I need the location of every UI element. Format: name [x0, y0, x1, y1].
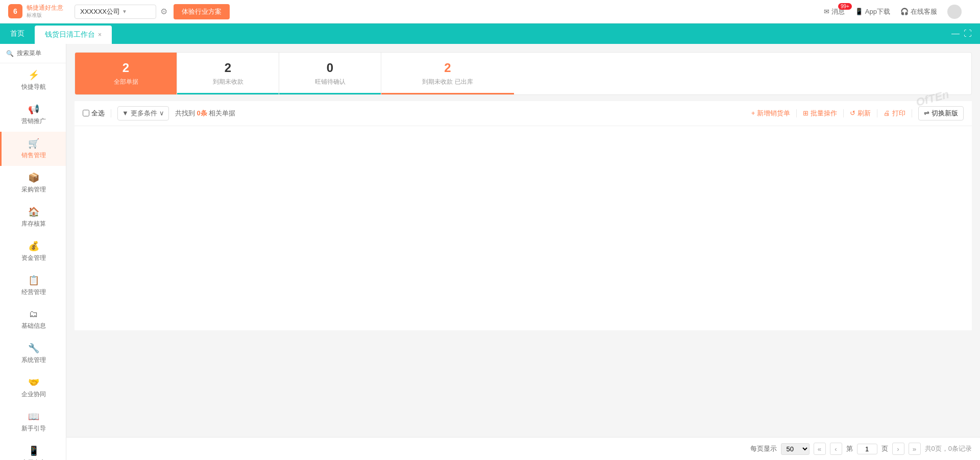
- print-icon: 🖨: [884, 109, 890, 117]
- select-all-checkbox[interactable]: 全选: [83, 109, 105, 118]
- filter-icon: ▼: [122, 109, 129, 117]
- stat-label-overdue: 到期未收款: [187, 78, 268, 86]
- main-layout: 🔍 搜索菜单 ⚡ 快捷导航 📢 营销推广 🛒 销售管理 📦 采购管理 🏠 库存核…: [0, 44, 980, 460]
- sidebar-item-app-center[interactable]: 📱 应用中心: [0, 439, 66, 460]
- message-icon: ✉: [824, 8, 829, 15]
- maximize-icon[interactable]: ⛶: [964, 29, 972, 38]
- sidebar-item-operations[interactable]: 📋 经营管理: [0, 269, 66, 303]
- tab-qianhuo[interactable]: 钱货日清工作台 ×: [35, 26, 112, 44]
- found-count: 0条: [197, 109, 207, 117]
- download-icon: 📱: [855, 8, 863, 15]
- purchase-icon: 📦: [28, 172, 39, 183]
- top-header: 6 畅捷通好生意 标准版 XXXXXX公司 ▼ ⚙ 体验行业方案 ✉ 消息 99…: [0, 0, 980, 23]
- toolbar: 全选 ▼ 更多条件 ∨ 共找到 0条 相关单据 + 新增销货单: [75, 101, 972, 126]
- refresh-button[interactable]: ↺ 刷新: [850, 109, 871, 118]
- stat-num-overdue: 2: [187, 61, 268, 76]
- nav-tabs: 首页 钱货日清工作台 × — ⛶: [0, 23, 980, 44]
- sidebar: 🔍 搜索菜单 ⚡ 快捷导航 📢 营销推广 🛒 销售管理 📦 采购管理 🏠 库存核…: [0, 44, 66, 460]
- per-page-select[interactable]: 50 20 100: [781, 443, 810, 455]
- batch-operation-button[interactable]: ⊞ 批量操作: [803, 109, 837, 118]
- minimize-icon[interactable]: —: [951, 29, 960, 38]
- logo-badge: 标准版: [27, 12, 63, 19]
- sidebar-item-cooperation[interactable]: 🤝 企业协同: [0, 371, 66, 405]
- stat-label-all: 全部单据: [85, 78, 166, 86]
- online-service-button[interactable]: 🎧 在线客服: [900, 7, 937, 16]
- company-name: XXXXXX公司: [80, 7, 120, 16]
- underline-teal-2: [279, 93, 381, 94]
- content-area: 2 全部单据 2 到期未收款 0 旺铺待确认 2 到期: [66, 44, 980, 437]
- underline-teal: [177, 93, 279, 94]
- sidebar-search[interactable]: 🔍 搜索菜单: [0, 44, 66, 63]
- tab-close-icon[interactable]: ×: [98, 31, 102, 38]
- sidebar-item-inventory[interactable]: 🏠 库存核算: [0, 200, 66, 234]
- filter-chevron-icon: ∨: [159, 109, 164, 117]
- filter-button[interactable]: ▼ 更多条件 ∨: [117, 106, 169, 120]
- headset-icon: 🎧: [900, 8, 909, 15]
- settings-icon[interactable]: ⚙: [160, 7, 167, 16]
- cooperation-icon: 🤝: [28, 377, 39, 388]
- stat-card-overdue-shipped[interactable]: 2 到期未收款 已出库: [381, 53, 514, 94]
- message-badge: 99+: [838, 3, 852, 10]
- stat-card-all[interactable]: 2 全部单据: [75, 53, 177, 94]
- quick-nav-icon: ⚡: [28, 69, 39, 81]
- stat-num-wangpu: 0: [289, 61, 371, 76]
- toolbar-right: + 新增销货单 ⊞ 批量操作 ↺ 刷新 🖨 打印: [751, 106, 964, 120]
- sidebar-item-basic-info[interactable]: 🗂 基础信息: [0, 303, 66, 336]
- inventory-icon: 🏠: [28, 206, 39, 217]
- divider-5: [912, 109, 912, 117]
- next-page-button[interactable]: ›: [892, 443, 904, 455]
- basic-info-icon: 🗂: [29, 309, 38, 320]
- sidebar-item-quick-nav[interactable]: ⚡ 快捷导航: [0, 63, 66, 98]
- app-download-button[interactable]: 📱 App下载: [855, 7, 890, 16]
- search-icon: 🔍: [6, 50, 14, 57]
- found-text: 共找到 0条 相关单据: [175, 109, 235, 118]
- prev-page-button[interactable]: ‹: [830, 443, 842, 455]
- sidebar-item-marketing[interactable]: 📢 营销推广: [0, 98, 66, 132]
- app-center-icon: 📱: [28, 445, 39, 456]
- sidebar-item-guide[interactable]: 📖 新手引导: [0, 405, 66, 439]
- stat-label-wangpu: 旺铺待确认: [289, 78, 371, 86]
- avatar[interactable]: [947, 5, 962, 19]
- switch-version-button[interactable]: ⇌ 切换新版: [918, 106, 964, 120]
- underline-orange: [381, 93, 514, 94]
- refresh-icon: ↺: [850, 109, 855, 117]
- stat-card-overdue[interactable]: 2 到期未收款: [177, 53, 279, 94]
- sidebar-item-finance[interactable]: 💰 资金管理: [0, 234, 66, 269]
- trial-button[interactable]: 体验行业方案: [174, 4, 230, 19]
- select-all-input[interactable]: [83, 110, 89, 116]
- sidebar-item-sales[interactable]: 🛒 销售管理: [0, 132, 66, 166]
- header-right: ✉ 消息 99+ 📱 App下载 🎧 在线客服: [824, 5, 972, 19]
- table-area: [75, 126, 972, 330]
- message-button[interactable]: ✉ 消息 99+: [824, 7, 845, 16]
- last-page-button[interactable]: »: [909, 443, 921, 455]
- system-icon: 🔧: [28, 343, 39, 354]
- divider-4: [877, 109, 877, 117]
- logo-text: 畅捷通好生意: [27, 4, 63, 11]
- print-button[interactable]: 🖨 打印: [884, 109, 905, 118]
- logo-area: 6 畅捷通好生意 标准版: [8, 4, 75, 18]
- tab-home[interactable]: 首页: [0, 23, 35, 44]
- chevron-down-icon: ▼: [122, 9, 127, 14]
- main-content: 2 全部单据 2 到期未收款 0 旺铺待确认 2 到期: [66, 44, 980, 460]
- switch-icon: ⇌: [924, 109, 929, 117]
- operations-icon: 📋: [28, 275, 39, 286]
- stat-label-overdue-shipped: 到期未收款 已出库: [391, 78, 504, 86]
- add-order-button[interactable]: + 新增销货单: [751, 109, 790, 118]
- company-selector[interactable]: XXXXXX公司 ▼: [75, 5, 156, 19]
- divider-3: [843, 109, 844, 117]
- stats-row: 2 全部单据 2 到期未收款 0 旺铺待确认 2 到期: [75, 52, 972, 95]
- current-page-input[interactable]: [857, 444, 877, 454]
- stat-num-all: 2: [85, 61, 166, 76]
- finance-icon: 💰: [28, 240, 39, 252]
- divider-2: [796, 109, 797, 117]
- sidebar-item-system[interactable]: 🔧 系统管理: [0, 336, 66, 371]
- nav-right-controls: — ⛶: [951, 29, 980, 38]
- divider: [111, 109, 111, 117]
- stat-card-wangpu[interactable]: 0 旺铺待确认: [279, 53, 381, 94]
- sidebar-item-purchase[interactable]: 📦 采购管理: [0, 166, 66, 200]
- first-page-button[interactable]: «: [814, 443, 826, 455]
- logo-icon: 6: [8, 4, 22, 18]
- total-info: 共0页，0条记录: [925, 444, 972, 453]
- stat-num-overdue-shipped: 2: [391, 61, 504, 76]
- pagination: 每页显示 50 20 100 « ‹ 第 页 › » 共0页，0条记录: [66, 437, 980, 460]
